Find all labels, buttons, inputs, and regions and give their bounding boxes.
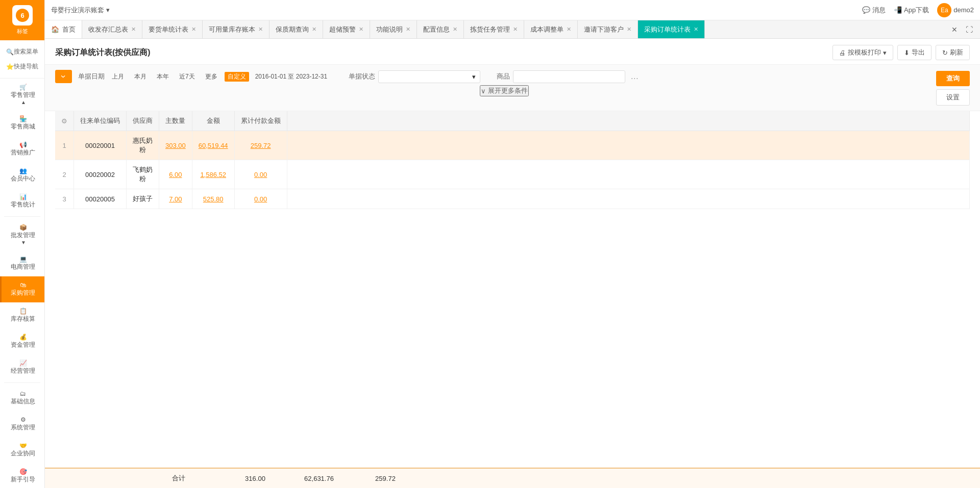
row-amount-3[interactable]: 525.80 bbox=[192, 189, 234, 209]
sidebar-item-system[interactable]: ⚙ 系统管理 bbox=[0, 411, 44, 437]
filter-collapse-btn[interactable]: › bbox=[55, 70, 72, 83]
date-shortcut-more[interactable]: 更多 bbox=[201, 71, 222, 82]
tab-expiry-query[interactable]: 保质期查询 ✕ bbox=[270, 20, 323, 39]
finance-icon: 💰 bbox=[19, 333, 27, 341]
newbie-icon: 🎯 bbox=[19, 468, 27, 475]
sidebar-item-members[interactable]: 👥 会员中心 bbox=[0, 162, 44, 188]
date-range-item: 2016-01-01 至 2023-12-31 bbox=[255, 72, 327, 81]
row-qty-3[interactable]: 7.00 bbox=[159, 189, 192, 209]
shortcut-nav-btn[interactable]: ⭐ 快捷导航 bbox=[3, 59, 41, 74]
row-paid-2[interactable]: 0.00 bbox=[234, 160, 287, 189]
tab-purchase-stats[interactable]: 采购订单统计表 ✕ bbox=[638, 20, 705, 39]
sidebar-item-marketing[interactable]: 📢 营销推广 bbox=[0, 136, 44, 162]
setting-btn[interactable]: 设置 bbox=[936, 89, 970, 106]
tab-close-requisition-stats[interactable]: ✕ bbox=[191, 26, 196, 33]
page-header: 采购订单统计表(按供应商) 🖨 按模板打印 ▾ ⬇ 导出 ↻ 刷新 bbox=[45, 39, 980, 65]
main-area: 母婴行业演示账套 ▾ 💬 消息 📲 App下载 Ea demo2 🏠 首页 bbox=[45, 0, 980, 488]
footer-paid: 259.72 bbox=[375, 475, 396, 482]
row-amount-1[interactable]: 60,519.44 bbox=[192, 131, 234, 160]
sidebar-item-wholesale[interactable]: 📦 批发管理 ▼ bbox=[0, 219, 44, 250]
tab-close-purchase-stats[interactable]: ✕ bbox=[694, 26, 698, 33]
tab-close-expiry-query[interactable]: ✕ bbox=[312, 26, 316, 33]
purchase-icon: 🛍 bbox=[20, 281, 26, 289]
message-btn[interactable]: 💬 消息 bbox=[862, 6, 886, 15]
row-qty-2[interactable]: 6.00 bbox=[159, 160, 192, 189]
tab-invite-downstream[interactable]: 邀请下游客户 ✕ bbox=[578, 20, 638, 39]
retail-icon: 🛒 bbox=[19, 84, 27, 91]
table-row[interactable]: 3 00020005 好孩子 7.00 525.80 0.00 bbox=[55, 189, 970, 209]
row-extra-2 bbox=[287, 160, 969, 189]
export-icon: ⬇ bbox=[904, 49, 910, 57]
sidebar-item-inventory[interactable]: 📋 库存核算 bbox=[0, 302, 44, 328]
sidebar-item-retail-stats[interactable]: 📊 零售统计 bbox=[0, 188, 44, 214]
date-shortcuts: 上月 本月 本年 近7天 更多 bbox=[108, 71, 222, 82]
tab-close-receive-send[interactable]: ✕ bbox=[131, 26, 136, 33]
expand-conditions-btn[interactable]: ∨ 展开更多条件 bbox=[480, 85, 529, 96]
logo-icon: 6 bbox=[12, 5, 33, 25]
tab-picking-task[interactable]: 拣货任务管理 ✕ bbox=[464, 20, 524, 39]
tab-close-invite-downstream[interactable]: ✕ bbox=[627, 26, 631, 33]
col-settings[interactable]: ⚙ bbox=[55, 111, 74, 131]
tab-function-desc[interactable]: 功能说明 ✕ bbox=[370, 20, 417, 39]
goods-input[interactable] bbox=[513, 70, 625, 83]
store-selector[interactable]: 母婴行业演示账套 ▾ bbox=[51, 6, 110, 15]
sidebar-item-newbie[interactable]: 🎯 新手引导 bbox=[0, 463, 44, 488]
tab-home[interactable]: 🏠 首页 bbox=[45, 20, 82, 39]
chevron-down-icon-expand: ∨ bbox=[481, 87, 486, 95]
print-btn[interactable]: 🖨 按模板打印 ▾ bbox=[832, 45, 893, 60]
status-select[interactable]: ▾ bbox=[378, 70, 480, 83]
date-shortcut-prev-month[interactable]: 上月 bbox=[108, 71, 128, 82]
tab-close-overstock-warning[interactable]: ✕ bbox=[359, 26, 363, 33]
footer-qty: 316.00 bbox=[245, 475, 265, 482]
refresh-btn[interactable]: ↻ 刷新 bbox=[936, 45, 970, 60]
tab-close-config-info[interactable]: ✕ bbox=[453, 26, 457, 33]
sidebar-item-ecommerce[interactable]: 💻 电商管理 bbox=[0, 250, 44, 276]
tab-fullscreen-btn[interactable]: ⛶ bbox=[963, 24, 976, 35]
sidebar-logo[interactable]: 6 标签 bbox=[0, 0, 44, 40]
col-amount: 金额 bbox=[192, 111, 234, 131]
sidebar-item-retail[interactable]: 🛒 零售管理 ▲ bbox=[0, 79, 44, 110]
tab-available-stock[interactable]: 可用量库存账本 ✕ bbox=[203, 20, 270, 39]
table-body: 1 00020001 惠氏奶粉 303.00 60,519.44 259.72 … bbox=[55, 131, 970, 209]
tab-overstock-warning[interactable]: 超储预警 ✕ bbox=[323, 20, 370, 39]
date-custom-tag[interactable]: 自定义 bbox=[225, 72, 249, 82]
user-profile-btn[interactable]: Ea demo2 bbox=[937, 3, 974, 17]
sidebar-item-purchase[interactable]: 🛍 采购管理 bbox=[0, 276, 44, 302]
tab-close-picking-task[interactable]: ✕ bbox=[513, 26, 518, 33]
tab-close-all-btn[interactable]: ✕ bbox=[948, 24, 961, 35]
date-shortcut-7days[interactable]: 近7天 bbox=[175, 71, 199, 82]
logo-text: 标签 bbox=[17, 28, 28, 35]
row-paid-3[interactable]: 0.00 bbox=[234, 189, 287, 209]
sidebar-item-operations[interactable]: 📈 经营管理 bbox=[0, 354, 44, 380]
filter-fields: 单据日期 上月 本月 本年 近7天 更多 自定义 2016-01-01 bbox=[78, 70, 930, 98]
tab-config-info[interactable]: 配置信息 ✕ bbox=[417, 20, 464, 39]
table-row[interactable]: 2 00020002 飞鹤奶粉 6.00 1,586.52 0.00 bbox=[55, 160, 970, 189]
table-row[interactable]: 1 00020001 惠氏奶粉 303.00 60,519.44 259.72 bbox=[55, 131, 970, 160]
status-label: 单据状态 bbox=[349, 72, 375, 81]
sidebar-item-basic[interactable]: 🗂 基础信息 bbox=[0, 385, 44, 411]
tab-receive-send[interactable]: 收发存汇总表 ✕ bbox=[82, 20, 142, 39]
home-icon: 🏠 bbox=[51, 25, 59, 33]
search-menu-btn[interactable]: 🔍 搜索菜单 bbox=[3, 44, 41, 59]
date-shortcut-this-year[interactable]: 本年 bbox=[153, 71, 173, 82]
tab-requisition-stats[interactable]: 要货单统计表 ✕ bbox=[142, 20, 203, 39]
app-download-btn[interactable]: 📲 App下载 bbox=[894, 6, 929, 15]
query-btn[interactable]: 查询 bbox=[936, 71, 970, 86]
tab-close-cost-adjust[interactable]: ✕ bbox=[567, 26, 571, 33]
row-paid-1[interactable]: 259.72 bbox=[234, 131, 287, 160]
sidebar-item-enterprise[interactable]: 🤝 企业协同 bbox=[0, 437, 44, 463]
store-name: 母婴行业演示账套 bbox=[51, 6, 104, 15]
sidebar-item-retail-shop[interactable]: 🏪 零售商城 bbox=[0, 110, 44, 136]
page-title: 采购订单统计表(按供应商) bbox=[55, 47, 151, 58]
date-shortcut-this-month[interactable]: 本月 bbox=[130, 71, 151, 82]
tab-close-function-desc[interactable]: ✕ bbox=[406, 26, 410, 33]
export-btn[interactable]: ⬇ 导出 bbox=[897, 45, 932, 60]
row-qty-1[interactable]: 303.00 bbox=[159, 131, 192, 160]
sidebar-item-finance[interactable]: 💰 资金管理 bbox=[0, 328, 44, 354]
chevron-down-icon-status: ▾ bbox=[472, 73, 476, 81]
tab-cost-adjust[interactable]: 成本调整单 ✕ bbox=[524, 20, 578, 39]
goods-more-btn[interactable]: … bbox=[628, 70, 641, 83]
row-amount-2[interactable]: 1,586.52 bbox=[192, 160, 234, 189]
tab-close-available-stock[interactable]: ✕ bbox=[258, 26, 263, 33]
col-paid: 累计付款金额 bbox=[234, 111, 287, 131]
